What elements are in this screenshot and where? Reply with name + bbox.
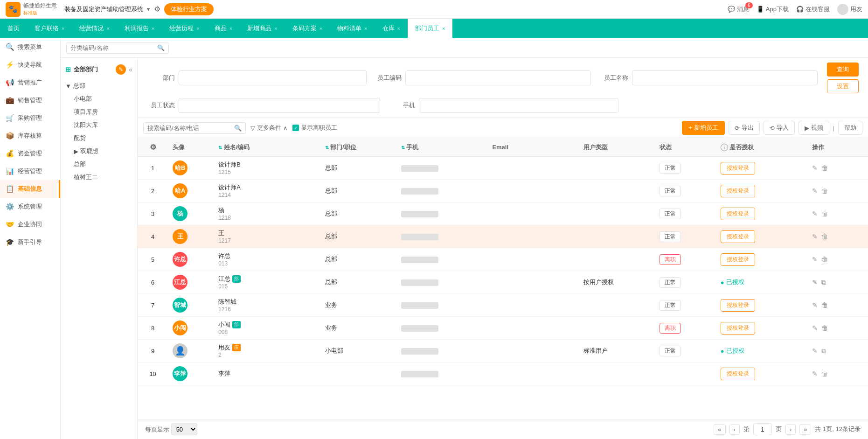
emp-status-select[interactable] xyxy=(179,98,380,113)
nav-item-operation[interactable]: 经营情况 × xyxy=(72,19,117,38)
delete-icon-4[interactable]: 🗑 xyxy=(821,233,828,240)
dept-filter-select[interactable] xyxy=(179,70,367,85)
dept-edit-button[interactable]: ✎ xyxy=(116,64,126,75)
dept-collapse-button[interactable]: « xyxy=(129,64,132,75)
search-button[interactable]: 查询 xyxy=(827,63,859,77)
nav-item-home[interactable]: 首页 xyxy=(0,19,27,38)
edit-icon-5[interactable]: ✎ xyxy=(812,256,818,263)
last-page-button[interactable]: » xyxy=(799,424,811,435)
video-button[interactable]: ▶ 视频 xyxy=(799,121,829,135)
nav-item-bom[interactable]: 物料清单 × xyxy=(330,19,375,38)
nav-item-customer[interactable]: 客户联络 × xyxy=(27,19,72,38)
edit-icon-6[interactable]: ✎ xyxy=(812,279,818,286)
edit-icon-4[interactable]: ✎ xyxy=(812,233,818,240)
sidebar-item-search[interactable]: 🔍 搜索菜单 xyxy=(0,38,60,56)
sidebar-item-sales[interactable]: 💼 销售管理 xyxy=(0,91,60,109)
dept-node-delivery[interactable]: 配货 xyxy=(61,132,137,145)
sidebar-item-marketing[interactable]: 📢 营销推广 xyxy=(0,74,60,91)
edit-icon-8[interactable]: ✎ xyxy=(812,324,818,332)
first-page-button[interactable]: « xyxy=(714,424,725,435)
page-input[interactable] xyxy=(753,423,772,435)
system-dropdown-button[interactable]: ▾ xyxy=(147,6,150,13)
name-sort-icon[interactable]: ⇅ xyxy=(218,145,222,150)
auth-button-2[interactable]: 授权登录 xyxy=(721,185,755,197)
auth-button-3[interactable]: 授权登录 xyxy=(721,208,755,220)
edit-icon-10[interactable]: ✎ xyxy=(812,370,818,377)
dept-node-shuanglu[interactable]: ▶ 双鹿想 xyxy=(61,145,137,158)
nav-close-customer[interactable]: × xyxy=(62,26,64,31)
main-search-icon[interactable]: 🔍 xyxy=(234,125,242,132)
delete-icon-10[interactable]: 🗑 xyxy=(821,370,828,377)
app-download-button[interactable]: 📱 App下载 xyxy=(757,5,789,14)
search-input[interactable] xyxy=(70,44,154,51)
auth-button-1[interactable]: 授权登录 xyxy=(721,162,755,174)
nav-close-goods[interactable]: × xyxy=(229,26,232,31)
nav-close-profit[interactable]: × xyxy=(152,26,154,31)
nav-item-warehouse[interactable]: 仓库 × xyxy=(375,19,408,38)
per-page-select[interactable]: 50 100 xyxy=(171,423,197,435)
import-button[interactable]: ⟲ 导入 xyxy=(764,121,795,135)
show-resigned-toggle[interactable]: ✓ 显示离职员工 xyxy=(292,124,337,132)
copy-icon-6[interactable]: ⧉ xyxy=(821,279,826,286)
nav-close-operation[interactable]: × xyxy=(106,26,109,31)
sidebar-item-collab[interactable]: 🤝 企业协同 xyxy=(0,216,60,233)
user-area[interactable]: 用友 xyxy=(837,4,862,15)
nav-close-barcode[interactable]: × xyxy=(319,26,322,31)
nav-close-employees[interactable]: × xyxy=(442,26,445,31)
dept-node-project-room[interactable]: 项目库房 xyxy=(61,105,137,118)
export-button[interactable]: ⟳ 导出 xyxy=(729,121,760,135)
delete-icon-8[interactable]: 🗑 xyxy=(821,324,828,332)
dept-node-zongbu[interactable]: 总部 xyxy=(61,158,137,171)
auth-button-10[interactable]: 授权登录 xyxy=(721,368,755,380)
emp-code-input[interactable] xyxy=(405,70,591,85)
sidebar-item-purchase[interactable]: 🛒 采购管理 xyxy=(0,109,60,127)
nav-item-barcode[interactable]: 条码方案 × xyxy=(285,19,330,38)
delete-icon-2[interactable]: 🗑 xyxy=(821,187,828,195)
sidebar-item-finance[interactable]: 💰 资金管理 xyxy=(0,145,60,162)
sidebar-item-system[interactable]: ⚙️ 系统管理 xyxy=(0,198,60,216)
nav-item-add-goods[interactable]: 新增商品 × xyxy=(240,19,285,38)
sidebar-item-basic[interactable]: 📋 基础信息 xyxy=(0,180,60,198)
sidebar-item-guide[interactable]: 🎓 新手引导 xyxy=(0,233,60,251)
nav-close-bom[interactable]: × xyxy=(364,26,367,31)
dept-sort-icon[interactable]: ⇅ xyxy=(325,145,329,150)
main-search-input[interactable] xyxy=(147,125,231,132)
more-filters-button[interactable]: ▽ 更多条件 ∧ xyxy=(250,124,288,132)
delete-icon-1[interactable]: 🗑 xyxy=(821,164,828,172)
nav-item-profit[interactable]: 利润报告 × xyxy=(117,19,162,38)
message-button[interactable]: 💬 消息 6 xyxy=(728,5,749,14)
auth-button-7[interactable]: 授权登录 xyxy=(721,299,755,312)
edit-icon-3[interactable]: ✎ xyxy=(812,210,818,217)
nav-close-history[interactable]: × xyxy=(196,26,199,31)
auth-button-8[interactable]: 授权登录 xyxy=(721,322,755,334)
online-service-button[interactable]: 🎧 在线客服 xyxy=(796,5,830,14)
dept-node-headquarters[interactable]: ▼ 总部 xyxy=(61,79,137,92)
reset-button[interactable]: 设置 xyxy=(827,79,859,93)
phone-sort-icon[interactable]: ⇅ xyxy=(401,145,405,150)
add-employee-button[interactable]: + 新增员工 xyxy=(682,121,724,135)
nav-close-warehouse[interactable]: × xyxy=(397,26,400,31)
edit-icon-2[interactable]: ✎ xyxy=(812,187,818,195)
prev-page-button[interactable]: ‹ xyxy=(729,424,740,435)
nav-item-history[interactable]: 经营历程 × xyxy=(162,19,207,38)
dept-node-zhishu[interactable]: 植树王二 xyxy=(61,171,137,184)
nav-close-add-goods[interactable]: × xyxy=(274,26,277,31)
edit-icon-1[interactable]: ✎ xyxy=(812,164,818,172)
settings-button[interactable]: ⚙ xyxy=(154,5,160,14)
next-page-button[interactable]: › xyxy=(785,424,796,435)
nav-item-employees[interactable]: 部门员工 × xyxy=(408,19,452,38)
delete-icon-7[interactable]: 🗑 xyxy=(821,301,828,309)
dept-node-shenyang[interactable]: 沈阳大库 xyxy=(61,118,137,132)
trial-button[interactable]: 体验行业方案 xyxy=(164,3,214,15)
copy-icon-9[interactable]: ⧉ xyxy=(821,347,826,355)
help-button[interactable]: 帮助 xyxy=(838,121,862,135)
table-settings-icon[interactable]: ⚙ xyxy=(150,143,156,151)
search-icon-btn[interactable]: 🔍 xyxy=(157,44,165,51)
sidebar-item-nav[interactable]: ⚡ 快捷导航 xyxy=(0,56,60,74)
auth-button-4[interactable]: 授权登录 xyxy=(721,230,755,243)
emp-name-input[interactable] xyxy=(632,70,818,85)
nav-item-goods[interactable]: 商品 × xyxy=(207,19,240,38)
sidebar-item-business[interactable]: 📊 经营管理 xyxy=(0,162,60,180)
delete-icon-5[interactable]: 🗑 xyxy=(821,256,828,263)
dept-node-small-elec[interactable]: 小电部 xyxy=(61,92,137,105)
